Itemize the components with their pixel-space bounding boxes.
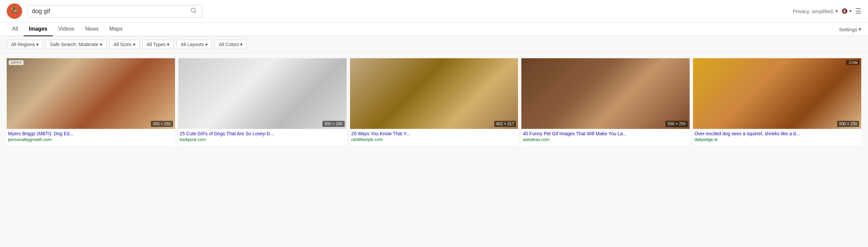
image-thumb-3[interactable]: 500 × 255	[521, 58, 690, 129]
filter-colors[interactable]: All Colors ▾	[215, 40, 247, 49]
filter-colors-label: All Colors	[219, 42, 239, 47]
image-thumb-2[interactable]: 402 × 317	[350, 58, 518, 129]
image-title-3[interactable]: 40 Funny Pet Gif Images That Will Make Y…	[523, 131, 688, 136]
speaker-button[interactable]: 🔇 ▾	[841, 8, 852, 14]
image-info-4: Over-excited dog sees a squirrel, shriek…	[693, 129, 861, 145]
speaker-icon: 🔇	[841, 8, 848, 14]
search-icon	[190, 7, 196, 13]
filter-layouts-chevron-icon: ▾	[205, 42, 208, 47]
image-card-4: .COM 500 × 250 Over-excited dog sees a s…	[693, 58, 861, 145]
image-source-4: dailyedge.ie	[694, 137, 860, 142]
header-right: Privacy, simplified. ▾ 🔇 ▾ ☰	[793, 7, 861, 15]
filter-safesearch-chevron-icon: ▾	[100, 42, 102, 47]
privacy-chevron-icon: ▾	[835, 8, 838, 14]
search-bar	[28, 5, 202, 18]
filter-types-chevron-icon: ▾	[167, 42, 169, 47]
image-card-2: 402 × 317 20 Ways You Know That Y... ran…	[350, 58, 518, 145]
filter-regions[interactable]: All Regions ▾	[7, 40, 43, 49]
tab-videos[interactable]: Videos	[53, 23, 80, 36]
filter-types-label: All Types	[147, 42, 166, 47]
image-dimensions-2: 402 × 317	[494, 121, 516, 127]
filter-colors-chevron-icon: ▾	[240, 42, 243, 47]
image-thumb-0[interactable]: GIPHY 400 × 292	[7, 58, 175, 129]
header: 🦆 Privacy, simplified. ▾ 🔇 ▾ ☰	[0, 0, 868, 23]
filter-sizes-chevron-icon: ▾	[133, 42, 135, 47]
image-source-0: personalitygrowth.com	[8, 137, 174, 142]
image-dimensions-0: 400 × 292	[151, 121, 173, 127]
search-input[interactable]	[32, 8, 189, 15]
tab-all[interactable]: All	[7, 23, 24, 36]
filter-layouts[interactable]: All Layouts ▾	[176, 40, 212, 49]
filter-safesearch-label: Safe Search: Moderate	[50, 42, 98, 47]
image-info-1: 25 Cute GIFs of Dogs That Are So Lovey-D…	[178, 129, 347, 145]
settings-button[interactable]: Settings ▾	[839, 23, 861, 36]
image-card-1: 500 × 280 25 Cute GIFs of Dogs That Are …	[178, 58, 347, 145]
logo-icon: 🦆	[10, 7, 19, 16]
privacy-label: Privacy, simplified.	[793, 8, 834, 14]
image-info-2: 20 Ways You Know That Y... rantlifestyle…	[350, 129, 518, 145]
image-title-4[interactable]: Over-excited dog sees a squirrel, shriek…	[694, 131, 860, 136]
image-source-2: rantlifestyle.com	[351, 137, 517, 142]
logo[interactable]: 🦆	[7, 3, 22, 19]
tab-news[interactable]: News	[80, 23, 104, 36]
tab-images[interactable]: Images	[24, 23, 53, 36]
image-dimensions-1: 500 × 280	[322, 121, 345, 127]
image-dimensions-3: 500 × 255	[665, 121, 688, 127]
image-site-badge-4: .COM	[846, 60, 859, 65]
image-thumb-4[interactable]: .COM 500 × 250	[693, 58, 861, 129]
image-source-3: askideas.com	[523, 137, 688, 142]
speaker-chevron-icon: ▾	[849, 8, 852, 14]
image-source-1: barkpost.com	[180, 137, 345, 142]
search-button[interactable]	[189, 7, 198, 15]
filter-sizes[interactable]: All Sizes ▾	[109, 40, 140, 49]
image-thumb-1[interactable]: 500 × 280	[178, 58, 347, 129]
filter-bar: All Regions ▾ Safe Search: Moderate ▾ Al…	[0, 36, 868, 53]
filter-types[interactable]: All Types ▾	[143, 40, 174, 49]
image-title-0[interactable]: Myers Briggs (MBTI): Dog Ed...	[8, 131, 174, 136]
image-title-1[interactable]: 25 Cute GIFs of Dogs That Are So Lovey-D…	[180, 131, 345, 136]
privacy-button[interactable]: Privacy, simplified. ▾	[793, 8, 838, 14]
filter-sizes-label: All Sizes	[114, 42, 132, 47]
nav-tabs: All Images Videos News Maps Settings ▾	[0, 23, 868, 36]
tab-maps[interactable]: Maps	[104, 23, 128, 36]
menu-button[interactable]: ☰	[855, 7, 861, 15]
image-dimensions-4: 500 × 250	[837, 121, 859, 127]
image-title-2[interactable]: 20 Ways You Know That Y...	[351, 131, 517, 136]
image-info-0: Myers Briggs (MBTI): Dog Ed... personali…	[7, 129, 175, 145]
image-info-3: 40 Funny Pet Gif Images That Will Make Y…	[521, 129, 690, 145]
image-card-3: 500 × 255 40 Funny Pet Gif Images That W…	[521, 58, 690, 145]
image-card-0: GIPHY 400 × 292 Myers Briggs (MBTI): Dog…	[7, 58, 175, 145]
hamburger-icon: ☰	[855, 7, 861, 15]
filter-regions-chevron-icon: ▾	[36, 42, 39, 47]
settings-chevron-icon: ▾	[859, 26, 861, 32]
filter-regions-label: All Regions	[11, 42, 35, 47]
filter-layouts-label: All Layouts	[181, 42, 204, 47]
image-grid: GIPHY 400 × 292 Myers Briggs (MBTI): Dog…	[0, 53, 868, 145]
settings-label: Settings	[839, 27, 857, 32]
svg-line-1	[194, 11, 195, 12]
filter-safesearch[interactable]: Safe Search: Moderate ▾	[46, 40, 106, 49]
image-badge-0: GIPHY	[9, 60, 24, 65]
